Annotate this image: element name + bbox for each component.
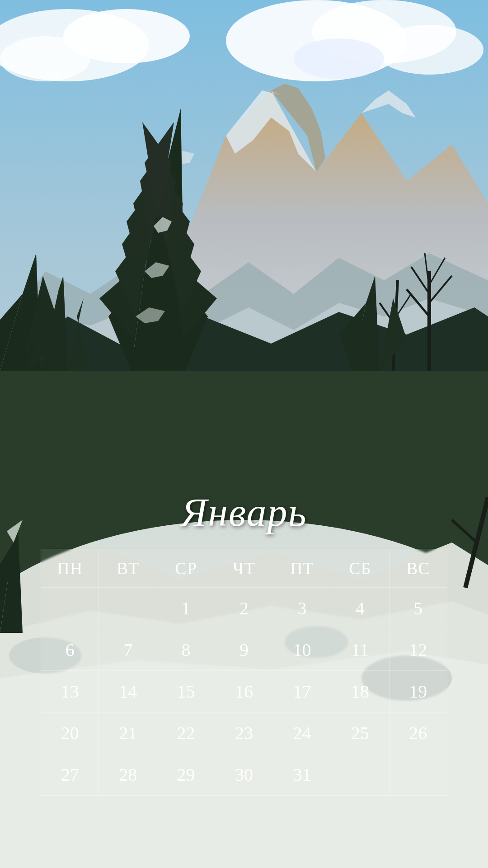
header-thu: ЧТ [215, 549, 273, 588]
calendar-day-cell: 19 [389, 671, 447, 712]
svg-point-3 [0, 36, 90, 81]
svg-point-6 [375, 25, 483, 75]
calendar-day-cell: 13 [41, 671, 99, 712]
calendar-day-cell: 16 [215, 671, 273, 712]
calendar-day-cell: 10 [273, 629, 331, 671]
header-fri: ПТ [273, 549, 331, 588]
calendar-day-cell: 18 [331, 671, 389, 712]
calendar-day-cell: 1 [157, 588, 215, 629]
calendar-week-row: 12345 [41, 588, 447, 629]
calendar-table: ПН ВТ СР ЧТ ПТ СБ ВС 1234567891011121314… [41, 549, 447, 796]
calendar-day-cell: 27 [41, 754, 99, 796]
calendar-day-cell [41, 588, 99, 629]
header-wed: СР [157, 549, 215, 588]
month-title: Январь [41, 490, 447, 535]
calendar-day-cell: 4 [331, 588, 389, 629]
calendar-day-cell: 30 [215, 754, 273, 796]
calendar-day-cell: 28 [99, 754, 157, 796]
calendar-day-cell: 5 [389, 588, 447, 629]
calendar-day-cell: 24 [273, 712, 331, 754]
calendar-day-cell: 3 [273, 588, 331, 629]
calendar-week-row: 6789101112 [41, 629, 447, 671]
header-sun: ВС [389, 549, 447, 588]
calendar-day-cell: 20 [41, 712, 99, 754]
calendar-day-cell [99, 588, 157, 629]
calendar-day-cell: 17 [273, 671, 331, 712]
header-mon: ПН [41, 549, 99, 588]
calendar-day-cell: 29 [157, 754, 215, 796]
calendar-day-cell: 14 [99, 671, 157, 712]
calendar-week-row: 2728293031 [41, 754, 447, 796]
calendar-day-cell [331, 754, 389, 796]
calendar-day-cell: 9 [215, 629, 273, 671]
calendar-section: Январь ПН ВТ СР ЧТ ПТ СБ ВС 123456789101… [41, 490, 447, 796]
header-tue: ВТ [99, 549, 157, 588]
calendar-day-cell: 31 [273, 754, 331, 796]
calendar-day-cell: 22 [157, 712, 215, 754]
calendar-header-row: ПН ВТ СР ЧТ ПТ СБ ВС [41, 549, 447, 588]
calendar-day-cell: 23 [215, 712, 273, 754]
calendar-day-cell: 6 [41, 629, 99, 671]
calendar-day-cell: 21 [99, 712, 157, 754]
calendar-day-cell: 11 [331, 629, 389, 671]
svg-point-7 [294, 38, 384, 79]
calendar-day-cell: 15 [157, 671, 215, 712]
calendar-day-cell: 2 [215, 588, 273, 629]
header-sat: СБ [331, 549, 389, 588]
background: Январь ПН ВТ СР ЧТ ПТ СБ ВС 123456789101… [0, 0, 488, 868]
calendar-week-row: 13141516171819 [41, 671, 447, 712]
calendar-body: 1234567891011121314151617181920212223242… [41, 588, 447, 796]
calendar-week-row: 20212223242526 [41, 712, 447, 754]
calendar-day-cell [389, 754, 447, 796]
calendar-day-cell: 26 [389, 712, 447, 754]
calendar-day-cell: 25 [331, 712, 389, 754]
calendar-day-cell: 7 [99, 629, 157, 671]
calendar-day-cell: 12 [389, 629, 447, 671]
calendar-day-cell: 8 [157, 629, 215, 671]
